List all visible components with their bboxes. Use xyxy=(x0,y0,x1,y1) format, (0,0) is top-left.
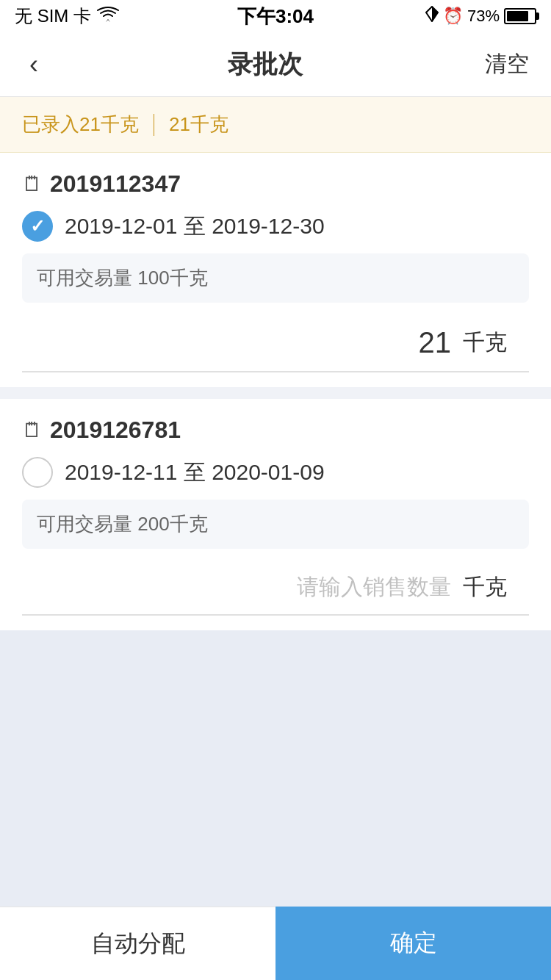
location-icon xyxy=(425,6,439,26)
batch-1-header: 🗒 2019112347 xyxy=(0,153,551,205)
batch-2-unit: 千克 xyxy=(463,572,507,602)
entered-qty-value: 21千克 xyxy=(169,112,228,137)
confirm-button[interactable]: 确定 xyxy=(276,907,551,980)
bottom-bar: 自动分配 确定 xyxy=(0,907,551,980)
info-banner: 已录入21千克 21千克 xyxy=(0,97,551,153)
batch-1-qty: 可用交易量 100千克 xyxy=(22,253,529,303)
batch-1-amount-row: 21 千克 xyxy=(22,314,529,372)
battery-icon xyxy=(504,8,536,24)
batch-1-amount[interactable]: 21 xyxy=(419,326,452,359)
doc-icon-2: 🗒 xyxy=(22,418,43,442)
batch-2-radio[interactable] xyxy=(22,457,53,488)
info-divider xyxy=(154,114,154,136)
batch-1-unit: 千克 xyxy=(463,328,507,358)
batch-2-id: 2019126781 xyxy=(50,417,181,444)
batch-1-date-row[interactable]: 2019-12-01 至 2019-12-30 xyxy=(0,205,551,248)
batch-1-date: 2019-12-01 至 2019-12-30 xyxy=(65,212,325,242)
back-button[interactable]: ‹ xyxy=(22,42,46,87)
entered-qty-label: 已录入21千克 xyxy=(22,112,139,137)
batch-1-radio[interactable] xyxy=(22,211,53,242)
clear-button[interactable]: 清空 xyxy=(485,49,529,79)
batch-2-qty: 可用交易量 200千克 xyxy=(22,500,529,549)
batch-card-2: 🗒 2019126781 2019-12-11 至 2020-01-09 可用交… xyxy=(0,399,551,630)
batch-2-input-placeholder: 请输入销售数量 xyxy=(297,572,451,602)
wifi-icon xyxy=(97,6,119,26)
status-bar-time: 下午3:04 xyxy=(237,4,314,29)
batch-1-spacer xyxy=(0,372,551,387)
batch-1-id: 2019112347 xyxy=(50,170,181,198)
battery-text: 73% xyxy=(467,7,500,26)
status-bar-left: 无 SIM 卡 xyxy=(15,4,119,28)
page-title: 录批次 xyxy=(228,48,303,82)
batch-2-header: 🗒 2019126781 xyxy=(0,399,551,451)
nav-bar: ‹ 录批次 清空 xyxy=(0,32,551,97)
content-area: 🗒 2019112347 2019-12-01 至 2019-12-30 可用交… xyxy=(0,153,551,980)
batch-2-spacer xyxy=(0,616,551,630)
carrier-text: 无 SIM 卡 xyxy=(15,4,91,28)
status-bar-right: ⏰ 73% xyxy=(425,6,536,26)
section-divider xyxy=(0,387,551,399)
batch-2-date-row[interactable]: 2019-12-11 至 2020-01-09 xyxy=(0,451,551,494)
batch-2-date: 2019-12-11 至 2020-01-09 xyxy=(65,458,325,488)
batch-2-input-row[interactable]: 请输入销售数量 千克 xyxy=(22,561,529,616)
alarm-icon: ⏰ xyxy=(443,7,463,26)
empty-area xyxy=(0,630,551,939)
doc-icon-1: 🗒 xyxy=(22,172,43,196)
status-bar: 无 SIM 卡 下午3:04 ⏰ 73% xyxy=(0,0,551,32)
auto-distribute-button[interactable]: 自动分配 xyxy=(0,907,276,980)
batch-card-1: 🗒 2019112347 2019-12-01 至 2019-12-30 可用交… xyxy=(0,153,551,387)
